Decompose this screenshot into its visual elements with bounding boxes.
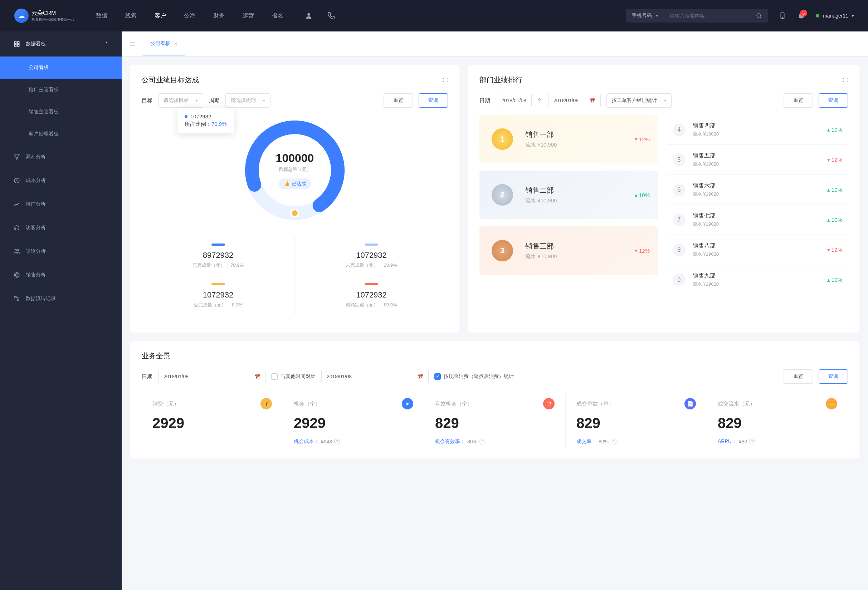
rank-row: 4 销售四部流水 ¥19020 ▴ 10% (667, 115, 848, 145)
pct-down-icon: ▾ 12% (635, 136, 650, 142)
tab-bar: 公司看板 ✕ (122, 31, 868, 56)
pct-down-icon: ▾ 12% (635, 247, 650, 254)
rank-stat-select[interactable]: 按工单客户经理统计▾ (607, 93, 672, 107)
top-nav: ☁ 云朵CRM 教育机构一站式服务云平台 数据 线索 客户 公海 财务 运营 报… (0, 0, 868, 31)
search-mode-select[interactable]: 手机号码 ▾ (626, 9, 664, 22)
device-icon[interactable] (779, 12, 787, 20)
ov-reset-button[interactable]: 重置 (784, 369, 813, 384)
expand-icon[interactable]: ⛶ (443, 77, 448, 83)
expand-icon[interactable]: ⛶ (843, 77, 848, 83)
help-icon[interactable]: ? (749, 439, 755, 444)
kpi-icon: 💳 (826, 398, 837, 409)
sidebar-item-channel[interactable]: 渠道分析 (0, 240, 122, 263)
svg-rect-7 (14, 45, 16, 47)
sidebar-item-funnel[interactable]: 漏斗分析 (0, 145, 122, 169)
nav-sea[interactable]: 公海 (184, 12, 195, 20)
sidebar-item-cost[interactable]: 成本分析 (0, 169, 122, 193)
kpi-item: 有效机会（个）🛡 829 机会有效率：80%? (424, 394, 566, 449)
rank-number: 8 (673, 244, 685, 256)
medal-bronze-icon: 3 (488, 236, 517, 265)
goal-query-button[interactable]: 查询 (419, 93, 448, 107)
ov-query-button[interactable]: 查询 (819, 369, 848, 384)
search-group: 手机号码 ▾ (626, 9, 768, 22)
ov-compare-checkbox[interactable]: 与其他时间对比 (271, 373, 316, 380)
pct-down-icon: ▾ 12% (827, 157, 842, 163)
notification-icon[interactable]: 5 (797, 12, 805, 20)
donut-tooltip: 1072932 所占比例：70.9% (177, 107, 234, 133)
search-button[interactable] (750, 9, 768, 22)
nav-finance[interactable]: 财务 (213, 12, 225, 20)
podium-1: 1 销售一部流水 ¥10,900 ▾ 12% (480, 115, 658, 163)
logo[interactable]: ☁ 云朵CRM 教育机构一站式服务云平台 (14, 9, 74, 23)
rank-date-from[interactable]: 2018/01/08 (496, 94, 532, 107)
people-icon (13, 247, 21, 255)
kpi-icon: 💰 (260, 398, 272, 409)
rank-list: 4 销售四部流水 ¥19020 ▴ 10% 5 销售五部流水 ¥19020 ▾ … (667, 115, 848, 295)
kpi-item: 成交单数（单）📄 829 成交率：80%? (566, 394, 707, 449)
svg-rect-8 (18, 45, 19, 47)
ov-cash-checkbox[interactable]: ✓按现金消费（返点后消费）统计 (434, 373, 514, 380)
status-dot-icon (816, 14, 819, 18)
overview-title: 业务全景 (142, 351, 170, 361)
sidebar-group-dashboard[interactable]: 数据看板 ⌃ (0, 31, 122, 56)
svg-point-4 (801, 18, 802, 19)
sidebar-item-promo-board[interactable]: 推广主管看板 (0, 79, 122, 101)
help-icon[interactable]: ? (334, 439, 340, 444)
rank-row: 6 销售六部流水 ¥19020 ▴ 10% (667, 175, 848, 205)
medal-gold-icon: 1 (488, 125, 517, 153)
rank-reset-button[interactable]: 重置 (784, 93, 813, 107)
svg-point-14 (16, 275, 17, 275)
donut-label: 目标总量（元） (279, 166, 311, 173)
goal-reset-button[interactable]: 重置 (384, 93, 413, 107)
kpi-icon: ➤ (402, 398, 413, 409)
ov-date2[interactable]: 2018/01/08📅 (321, 370, 429, 383)
chart-icon (13, 200, 21, 208)
user-icon[interactable] (305, 12, 313, 20)
donut-total: 100000 (276, 152, 314, 165)
goal-filter-target-label: 目标 (142, 97, 152, 104)
search-input[interactable] (664, 9, 750, 22)
tab-company-board[interactable]: 公司看板 ✕ (143, 32, 185, 56)
pct-up-icon: ▴ 10% (827, 127, 842, 133)
sidebar-item-visitor[interactable]: 访客分析 (0, 216, 122, 240)
svg-point-0 (307, 13, 310, 16)
rank-card: 部门业绩排行 ⛶ 日期 2018/01/08 至 2018/01/08📅 按工单… (468, 65, 859, 333)
goal-target-select[interactable]: 请选择目标▾ (158, 93, 203, 107)
collapse-sidebar-icon[interactable] (129, 40, 136, 47)
sidebar-item-flow[interactable]: 数据流转记录 (0, 287, 122, 310)
rank-row: 9 销售九部流水 ¥19020 ▴ 10% (667, 265, 848, 295)
sidebar-item-company-board[interactable]: 公司看板 (0, 56, 122, 79)
dstat-uncompleted: 1072932 未完成量（元）|20.9% (295, 236, 448, 276)
rank-date-label: 日期 (480, 97, 490, 104)
help-icon[interactable]: ? (611, 439, 617, 444)
nav-customers[interactable]: 客户 (155, 12, 166, 20)
sidebar-item-manager-board[interactable]: 客户经理看板 (0, 123, 122, 145)
kpi-icon: 🛡 (543, 398, 555, 409)
sidebar-item-sales-board[interactable]: 销售主管看板 (0, 101, 122, 123)
chevron-up-icon: ⌃ (105, 41, 109, 47)
goal-card: 公司业绩目标达成 ⛶ 目标 请选择目标▾ 周期 请选择周期▾ 重置 查询 (130, 65, 459, 333)
nav-ops[interactable]: 运营 (242, 12, 254, 20)
donut-badge: 👍已达成 (279, 178, 311, 189)
pct-up-icon: ▴ 10% (635, 192, 650, 198)
nav-data[interactable]: 数据 (96, 12, 107, 20)
rank-query-button[interactable]: 查询 (819, 93, 848, 107)
phone-icon[interactable] (327, 12, 335, 20)
rank-date-to[interactable]: 2018/01/08📅 (548, 94, 601, 107)
help-icon[interactable]: ? (480, 439, 485, 444)
user-menu[interactable]: manager11 ▾ (816, 13, 854, 19)
close-icon[interactable]: ✕ (174, 41, 177, 46)
kpi-item: 机会（个）➤ 2929 机会成本：¥948? (283, 394, 424, 449)
sidebar-item-promo[interactable]: 推广分析 (0, 193, 122, 216)
svg-point-10 (15, 250, 17, 252)
dashboard-icon (13, 40, 21, 48)
dstat-over: 1072932 超额完成（元）|89.9% (295, 276, 448, 315)
sidebar-item-sales[interactable]: 销售分析 (0, 263, 122, 287)
nav-signup[interactable]: 报名 (272, 12, 283, 20)
goal-period-select[interactable]: 请选择周期▾ (226, 93, 270, 107)
ov-date1[interactable]: 2018/01/08📅 (158, 370, 266, 383)
svg-point-3 (782, 18, 783, 18)
nav-leads[interactable]: 线索 (125, 12, 137, 20)
nav-items: 数据 线索 客户 公海 财务 运营 报名 (96, 12, 283, 20)
notif-badge: 5 (800, 10, 807, 17)
